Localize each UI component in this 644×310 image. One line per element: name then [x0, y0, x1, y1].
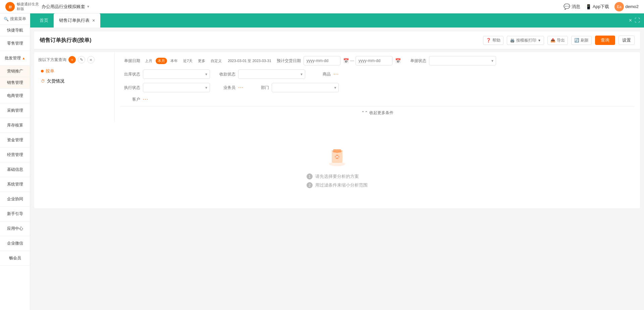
search-menu-label: 搜索菜单: [10, 16, 26, 22]
calendar-end-icon[interactable]: 📅: [395, 58, 401, 63]
bill-status-select[interactable]: [429, 56, 496, 65]
ecommerce-label: 电商管理: [7, 93, 23, 99]
sidebar-item-operation[interactable]: 经营管理: [0, 148, 30, 162]
forecast-start-input[interactable]: [304, 56, 340, 65]
outbound-status-select[interactable]: [143, 69, 210, 79]
exec-status-label: 执行状态: [120, 85, 140, 91]
collapse-row: ⌃⌃ 收起更多条件: [120, 106, 635, 118]
field-exec-status: 执行状态 ▼: [120, 83, 210, 92]
filter-right: 单据日期 上月 本月 本年 近7天 更多 自定义 2023-03-01 至 20…: [115, 52, 640, 122]
sidebar-item-inventory[interactable]: 库存核算: [0, 118, 30, 133]
wholesale-group: 营销推广 销售管理: [0, 66, 30, 89]
edit-scheme-btn[interactable]: ✎: [78, 56, 85, 63]
sidebar-item-fast-nav[interactable]: 快捷导航: [0, 25, 30, 36]
bill-status-label: 单据状态: [406, 58, 426, 64]
app-download-action[interactable]: 📱 App下载: [586, 4, 609, 10]
wholesale-label: 批发管理: [5, 55, 21, 61]
receipt-status-select[interactable]: [238, 69, 305, 79]
period-more[interactable]: 更多: [196, 58, 207, 64]
operation-label: 经营管理: [7, 152, 23, 158]
empty-tip-1: 1 请先选择要分析的方案: [307, 173, 368, 179]
outbound-select-wrapper: ▼: [143, 69, 210, 79]
help-icon: ❓: [486, 38, 491, 43]
win-expand-btn[interactable]: ⛶: [635, 17, 640, 23]
setting-btn[interactable]: 设置: [619, 36, 635, 45]
user-area[interactable]: Ea demo2: [614, 2, 639, 11]
collapse-btn[interactable]: ⌃⌃ 收起更多条件: [361, 110, 393, 116]
svg-text:好: 好: [8, 5, 12, 9]
forecast-end-input[interactable]: [356, 56, 392, 65]
empty-state: 1 请先选择要分析的方案 2 用过滤条件来缩小分析范围: [34, 122, 640, 208]
query-btn[interactable]: 查询: [595, 36, 615, 45]
svg-rect-4: [333, 149, 341, 153]
page-content: 销售订单执行表(按单) ❓ 帮助 🖨️ 按模板打印 ▼ 📤 导出: [30, 28, 644, 310]
main-layout: 🔍 搜索菜单 快捷导航 零售管理 批发管理 ▲ 营销推广 销售管理 电商管理 采…: [0, 13, 644, 310]
customer-dots-btn[interactable]: ···: [143, 96, 148, 102]
sidebar-item-retail[interactable]: 零售管理: [0, 36, 30, 51]
dept-select-wrapper: ▼: [272, 83, 339, 92]
sidebar-item-enterprise[interactable]: 企业协同: [0, 192, 30, 207]
sidebar-item-wholesale[interactable]: 批发管理 ▲: [0, 51, 30, 66]
inventory-label: 库存核算: [7, 122, 23, 128]
sidebar-item-ecommerce[interactable]: 电商管理: [0, 89, 30, 103]
collapse-scheme-btn[interactable]: «: [87, 56, 95, 63]
bill-date-label: 单据日期: [120, 58, 140, 64]
salesperson-dots-btn[interactable]: ···: [238, 85, 244, 91]
sidebar-item-app-center[interactable]: 应用中心: [0, 221, 30, 236]
enterprise-label: 企业协同: [7, 196, 23, 202]
dept-select[interactable]: [272, 83, 339, 92]
field-outbound-status: 出库状态 ▼: [120, 69, 210, 79]
win-close-btn[interactable]: ×: [629, 17, 632, 23]
message-label: 消息: [572, 4, 580, 10]
tab-home[interactable]: 首页: [34, 13, 54, 28]
dept-label: 部门: [249, 85, 269, 91]
period-cur-month[interactable]: 本月: [156, 58, 167, 64]
sidebar-item-basic[interactable]: 基础信息: [0, 162, 30, 177]
period-prev-month[interactable]: 上月: [143, 58, 154, 64]
salesperson-label: 业务员: [215, 85, 235, 91]
sidebar-item-purchase[interactable]: 采购管理: [0, 103, 30, 118]
period-custom[interactable]: 自定义: [209, 58, 224, 64]
calendar-start-icon[interactable]: 📅: [343, 58, 349, 63]
exec-status-select[interactable]: [143, 83, 210, 92]
product-dots-btn[interactable]: ···: [333, 71, 339, 77]
field-bill-status: 单据状态 ▼: [406, 56, 496, 65]
sidebar-item-system[interactable]: 系统管理: [0, 177, 30, 192]
refresh-icon: 🔄: [574, 38, 579, 43]
user-name: demo2: [625, 4, 639, 9]
sidebar-item-wechat[interactable]: 企业微信: [0, 236, 30, 251]
sidebar-item-guide[interactable]: 新手引导: [0, 207, 30, 221]
search-icon: 🔍: [4, 17, 9, 21]
field-forecast-date: 预计交货日期 📅 — 📅: [277, 56, 401, 65]
page-title: 销售订单执行表(按单): [40, 37, 92, 44]
scheme-nav-item-0[interactable]: 按单: [38, 66, 110, 76]
sidebar-item-sales[interactable]: 销售管理: [0, 77, 30, 89]
print-btn[interactable]: 🖨️ 按模板打印 ▼: [507, 36, 544, 45]
add-scheme-btn[interactable]: ＋: [68, 56, 76, 63]
tab-active-label: 销售订单执行表: [59, 17, 90, 23]
empty-tips: 1 请先选择要分析的方案 2 用过滤条件来缩小分析范围: [307, 173, 368, 188]
field-receipt-status: 收款状态 ▼: [215, 69, 305, 79]
system-label: 系统管理: [7, 182, 23, 187]
help-btn[interactable]: ❓ 帮助: [483, 36, 503, 45]
tab-close-icon[interactable]: ×: [92, 18, 95, 23]
filter-left-actions: ＋ ✎ «: [68, 56, 95, 63]
chevron-down-icon: ▼: [87, 5, 90, 8]
company-select[interactable]: 办公用品行业模拟账套 ▼: [42, 4, 90, 10]
sidebar-item-member[interactable]: 畅会员: [0, 251, 30, 266]
message-icon: 💬: [564, 3, 570, 10]
sidebar-item-search[interactable]: 🔍 搜索菜单: [0, 13, 30, 25]
tab-sales-exec[interactable]: 销售订单执行表 ×: [54, 13, 100, 28]
scheme-nav-item-1[interactable]: ⏱ 欠货情况: [38, 76, 110, 86]
forecast-date-range: 📅 — 📅: [304, 56, 401, 65]
sidebar-item-marketing[interactable]: 营销推广: [0, 66, 30, 77]
content-area: 首页 销售订单执行表 × × ⛶ 销售订单执行表(按单) ❓ 帮助: [30, 13, 644, 310]
filter-left-nav: 按以下方案查询 ＋ ✎ « 按单 ⏱: [34, 52, 115, 122]
guide-label: 新手引导: [7, 211, 23, 217]
period-cur-year[interactable]: 本年: [168, 58, 180, 64]
export-btn[interactable]: 📤 导出: [547, 36, 568, 45]
sidebar-item-finance[interactable]: 资金管理: [0, 133, 30, 148]
refresh-btn[interactable]: 🔄 刷新: [571, 36, 592, 45]
message-action[interactable]: 💬 消息: [564, 3, 580, 10]
period-7days[interactable]: 近7天: [181, 58, 195, 64]
